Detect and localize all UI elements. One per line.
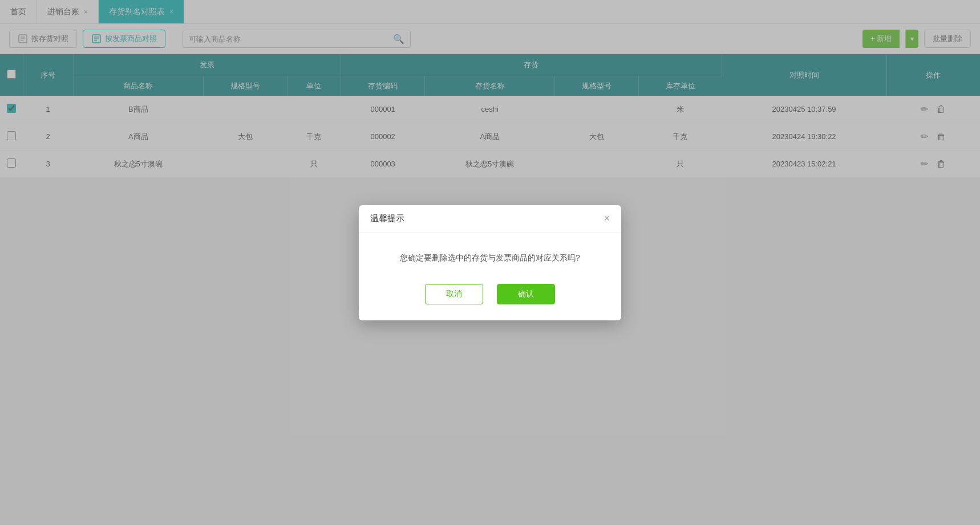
dialog-overlay: 温馨提示 × 您确定要删除选中的存货与发票商品的对应关系吗? 取消 确认 xyxy=(0,0,980,178)
